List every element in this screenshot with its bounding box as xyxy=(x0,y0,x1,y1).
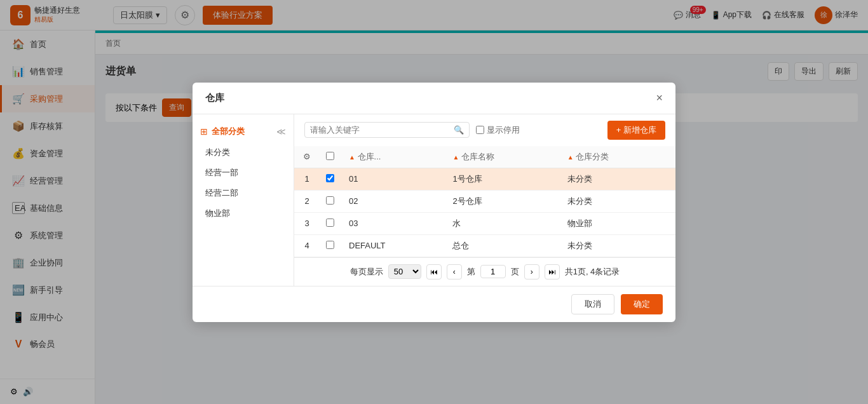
row-code: 03 xyxy=(342,212,446,234)
row-name: 1号仓库 xyxy=(446,168,560,190)
category-title: 全部分类 xyxy=(212,126,245,137)
row-category: 物业部 xyxy=(561,212,675,234)
table-row[interactable]: 3 03 水 物业部 xyxy=(294,212,675,234)
confirm-button[interactable]: 确定 xyxy=(621,294,663,314)
page-of-label: 第 xyxy=(467,266,475,278)
category-header: ⊞ 全部分类 ≪ xyxy=(193,122,294,142)
row-category: 未分类 xyxy=(561,190,675,212)
row-checkbox-cell xyxy=(320,168,342,190)
settings-col-header: ⚙ xyxy=(294,146,320,168)
table-row[interactable]: 4 DEFAULT 总仓 未分类 xyxy=(294,234,675,257)
first-page-btn[interactable]: ⏮ xyxy=(426,264,442,279)
row-code: 01 xyxy=(342,168,446,190)
row-checkbox[interactable] xyxy=(326,174,334,182)
sort-icon3: ▲ xyxy=(567,154,574,161)
table-row[interactable]: 1 01 1号仓库 未分类 xyxy=(294,168,675,190)
warehouse-modal: 仓库 × ⊞ 全部分类 ≪ 未分类 经营一部 经营二部 物业部 xyxy=(193,83,675,322)
row-category: 未分类 xyxy=(561,168,675,190)
new-warehouse-btn[interactable]: + 新增仓库 xyxy=(607,121,665,140)
row-checkbox[interactable] xyxy=(326,196,334,205)
row-code: 02 xyxy=(342,190,446,212)
row-num: 1 xyxy=(294,168,320,190)
collapse-panel-btn[interactable]: ≪ xyxy=(276,126,286,137)
row-category: 未分类 xyxy=(561,234,675,257)
row-checkbox-cell xyxy=(320,234,342,257)
modal-body: ⊞ 全部分类 ≪ 未分类 经营一部 经营二部 物业部 🔍 xyxy=(193,114,675,286)
table-row[interactable]: 2 02 2号仓库 未分类 xyxy=(294,190,675,212)
category-item-property[interactable]: 物业部 xyxy=(193,203,294,224)
search-input-wrap: 🔍 xyxy=(304,122,470,138)
row-num: 3 xyxy=(294,212,320,234)
table-container: ⚙ ▲ 仓库... ▲ xyxy=(294,146,675,257)
row-checkbox[interactable] xyxy=(326,241,334,249)
row-checkbox[interactable] xyxy=(326,219,334,227)
search-input[interactable] xyxy=(310,125,454,135)
show-disabled-label: 显示停用 xyxy=(487,125,520,136)
sort-icon: ▲ xyxy=(349,154,355,161)
next-page-btn[interactable]: › xyxy=(524,264,539,279)
row-code: DEFAULT xyxy=(342,234,446,257)
category-panel: ⊞ 全部分类 ≪ 未分类 经营一部 经营二部 物业部 xyxy=(193,114,294,286)
page-size-select[interactable]: 50 20 100 xyxy=(388,264,421,279)
grid-icon: ⊞ xyxy=(200,126,208,137)
page-number-input[interactable] xyxy=(480,265,506,278)
row-checkbox-cell xyxy=(320,190,342,212)
row-name: 2号仓库 xyxy=(446,190,560,212)
show-disabled-checkbox[interactable] xyxy=(476,126,484,134)
col-settings-icon[interactable]: ⚙ xyxy=(303,152,311,161)
category-col-header[interactable]: ▲ 仓库分类 xyxy=(561,146,675,168)
search-icon[interactable]: 🔍 xyxy=(454,125,464,135)
row-num: 4 xyxy=(294,234,320,257)
show-disabled-wrap: 显示停用 xyxy=(476,125,520,136)
all-categories-btn[interactable]: ⊞ 全部分类 xyxy=(200,126,245,137)
page-size-label: 每页显示 xyxy=(350,266,383,278)
pagination-bar: 每页显示 50 20 100 ⏮ ‹ 第 页 › ⏭ 共1页, 4条记录 xyxy=(294,257,675,286)
modal-header: 仓库 × xyxy=(193,83,675,114)
row-checkbox-cell xyxy=(320,212,342,234)
page-label: 页 xyxy=(511,266,519,278)
category-item-dept1[interactable]: 经营一部 xyxy=(193,163,294,183)
select-all-checkbox[interactable] xyxy=(326,152,334,160)
prev-page-btn[interactable]: ‹ xyxy=(447,264,462,279)
total-info: 共1页, 4条记录 xyxy=(565,266,620,278)
category-item-unclassified[interactable]: 未分类 xyxy=(193,142,294,163)
table-panel: 🔍 显示停用 + 新增仓库 ⚙ xyxy=(294,114,675,286)
checkbox-col-header xyxy=(320,146,342,168)
modal-overlay[interactable]: 仓库 × ⊞ 全部分类 ≪ 未分类 经营一部 经营二部 物业部 xyxy=(0,0,868,404)
category-item-dept2[interactable]: 经营二部 xyxy=(193,183,294,203)
code-col-header[interactable]: ▲ 仓库... xyxy=(342,146,446,168)
modal-footer: 取消 确定 xyxy=(193,286,675,322)
modal-close-button[interactable]: × xyxy=(656,91,663,105)
warehouse-table: ⚙ ▲ 仓库... ▲ xyxy=(294,146,675,257)
row-name: 总仓 xyxy=(446,234,560,257)
name-col-header[interactable]: ▲ 仓库名称 xyxy=(446,146,560,168)
sort-icon2: ▲ xyxy=(452,154,459,161)
warehouse-tbody: 1 01 1号仓库 未分类 2 02 2号仓库 未分类 3 03 水 物业部 4 xyxy=(294,168,675,257)
row-name: 水 xyxy=(446,212,560,234)
modal-title: 仓库 xyxy=(205,92,224,104)
last-page-btn[interactable]: ⏭ xyxy=(545,264,560,279)
table-toolbar: 🔍 显示停用 + 新增仓库 xyxy=(294,114,675,146)
row-num: 2 xyxy=(294,190,320,212)
table-header: ⚙ ▲ 仓库... ▲ xyxy=(294,146,675,168)
cancel-button[interactable]: 取消 xyxy=(571,294,614,314)
